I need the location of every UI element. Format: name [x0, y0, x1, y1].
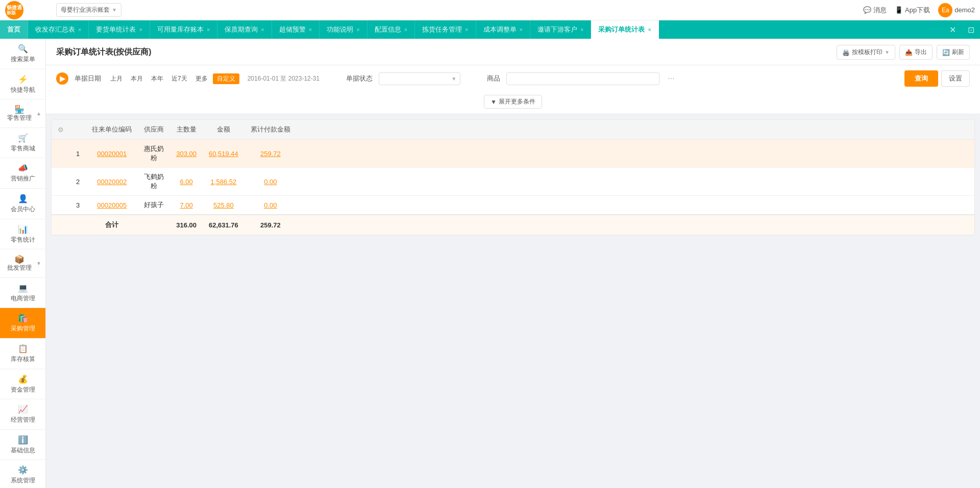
date-btn-thisyear[interactable]: 本年 — [148, 73, 166, 84]
sidebar-item-operation-label: 经营管理 — [11, 416, 35, 424]
sidebar-item-quicknav[interactable]: ⚡ 快捷导航 — [0, 69, 45, 100]
date-btn-thismonth[interactable]: 本月 — [128, 73, 146, 84]
date-btn-7days[interactable]: 近7天 — [168, 73, 190, 84]
tab-tuohuo[interactable]: 拣货任务管理 × — [415, 20, 476, 39]
footer-index — [70, 215, 86, 235]
goods-more-icon[interactable]: ··· — [668, 74, 674, 83]
template-print-btn[interactable]: 🖨️ 按模板打印 ▼ — [837, 45, 895, 60]
col-paid: 累计付款金额 — [244, 120, 297, 140]
tab-caigou[interactable]: 采购订单统计表 × — [591, 20, 658, 39]
tab-gongneng[interactable]: 功能说明 × — [320, 20, 367, 39]
sidebar-item-retailstat[interactable]: 📊 零售统计 — [0, 219, 45, 250]
sidebar-item-search[interactable]: 🔍 搜索菜单 — [0, 39, 45, 69]
tab-shoufahuiiz-close[interactable]: × — [78, 27, 81, 33]
row-qty[interactable]: 6.00 — [170, 168, 203, 196]
row-paid[interactable]: 0.00 — [244, 168, 297, 196]
tab-chaochu-close[interactable]: × — [309, 27, 312, 33]
retail-icon: 🏪 — [14, 105, 24, 114]
tab-home[interactable]: 首页 — [0, 20, 28, 39]
sidebar-item-basicinfo[interactable]: ℹ️ 基础信息 — [0, 430, 45, 460]
tab-gongneng-close[interactable]: × — [356, 27, 359, 33]
sidebar-item-finance[interactable]: 💰 资金管理 — [0, 369, 45, 400]
expand-more-btn[interactable]: ▼ 展开更多条件 — [484, 95, 542, 109]
tab-baoyuan-close[interactable]: × — [261, 27, 264, 33]
filter-toggle-btn[interactable]: ▶ — [56, 72, 68, 85]
tab-peizhixinxi-close[interactable]: × — [404, 27, 407, 33]
tab-keyongliang-close[interactable]: × — [207, 27, 210, 33]
tab-shoufahuiiz[interactable]: 收发存汇总表 × — [28, 20, 89, 39]
sidebar-item-inventory[interactable]: 📋 库存核算 — [0, 339, 45, 369]
date-btn-more[interactable]: 更多 — [192, 73, 211, 84]
basicinfo-icon: ℹ️ — [18, 435, 28, 445]
date-btn-lastmonth[interactable]: 上月 — [107, 73, 126, 84]
footer-amount: 62,631.76 — [203, 215, 244, 235]
sidebar-item-operation[interactable]: 📈 经营管理 — [0, 399, 45, 430]
row-qty[interactable]: 303.00 — [170, 140, 203, 168]
row-paid[interactable]: 0.00 — [244, 196, 297, 215]
row-unit-code[interactable]: 00020002 — [86, 168, 138, 196]
sidebar-item-system[interactable]: ⚙️ 系统管理 — [0, 460, 45, 488]
tab-chengben[interactable]: 成本调整单 × — [476, 20, 530, 39]
quicknav-icon: ⚡ — [18, 74, 28, 84]
top-bar: 畅捷通标版 母婴行业演示账套 ▼ 💬 消息 📱 App下载 Ea demo2 — [0, 0, 980, 20]
tab-yaoqing[interactable]: 邀请下游客户 × — [530, 20, 591, 39]
row-index: 1 — [70, 140, 86, 168]
col-qty: 主数量 — [170, 120, 203, 140]
sidebar: 🔍 搜索菜单 ⚡ 快捷导航 🏪 零售管理 ▲ 🛒 零售商城 📣 营销推广 — [0, 39, 46, 488]
goods-filter-label: 商品 — [487, 74, 500, 83]
sidebar-item-retail[interactable]: 🏪 零售管理 ▲ — [0, 99, 45, 128]
tab-yaoqing-label: 邀请下游客户 — [537, 25, 577, 34]
row-qty[interactable]: 7.00 — [170, 196, 203, 215]
sidebar-item-purchase[interactable]: 🛍️ 采购管理 — [0, 308, 45, 339]
tab-baoyuan[interactable]: 保质期查询 × — [217, 20, 272, 39]
settings-btn[interactable]: 设置 — [941, 70, 970, 87]
content-area: 采购订单统计表(按供应商) 🖨️ 按模板打印 ▼ 📤 导出 🔄 刷新 — [46, 39, 980, 488]
app-download-label: App下载 — [905, 6, 930, 15]
row-settings — [52, 196, 70, 215]
close-tab-btn[interactable]: ✕ — [943, 20, 962, 39]
row-amount[interactable]: 525.80 — [203, 196, 244, 215]
date-badge-custom[interactable]: 自定义 — [213, 73, 239, 84]
sidebar-item-member[interactable]: 👤 会员中心 — [0, 189, 45, 219]
goods-input[interactable] — [506, 72, 659, 85]
sidebar-item-retailshop[interactable]: 🛒 零售商城 — [0, 128, 45, 159]
nav-tab-right-buttons: ✕ ⊡ — [943, 20, 980, 39]
tab-gongneng-label: 功能说明 — [327, 25, 353, 34]
message-btn[interactable]: 💬 消息 — [863, 6, 887, 15]
row-paid[interactable]: 259.72 — [244, 140, 297, 168]
settings-icon[interactable]: ⚙ — [58, 126, 64, 134]
row-unit-code[interactable]: 00020005 — [86, 196, 138, 215]
sidebar-item-batch[interactable]: 📦 批发管理 ▼ — [0, 249, 45, 278]
filter-row-1: ▶ 单据日期 上月 本月 本年 近7天 更多 自定义 2016-01-01 至 … — [56, 70, 970, 87]
tab-yaohuo[interactable]: 要货单统计表 × — [89, 20, 150, 39]
tab-tuohuo-close[interactable]: × — [465, 27, 468, 33]
row-amount[interactable]: 1,586.52 — [203, 168, 244, 196]
sidebar-item-ecommerce[interactable]: 💻 电商管理 — [0, 278, 45, 309]
row-amount[interactable]: 60,519.44 — [203, 140, 244, 168]
sidebar-item-member-label: 会员中心 — [11, 206, 35, 214]
chevron-down-icon3: ▼ — [885, 49, 890, 55]
search-btn[interactable]: 查询 — [904, 70, 938, 87]
row-index: 2 — [70, 168, 86, 196]
system-icon: ⚙️ — [18, 465, 28, 475]
sidebar-item-marketing[interactable]: 📣 营销推广 — [0, 158, 45, 189]
tab-caigou-close[interactable]: × — [648, 27, 651, 33]
date-range-display: 2016-01-01 至 2023-12-31 — [248, 74, 320, 83]
status-select[interactable] — [379, 72, 460, 85]
tab-chaochu[interactable]: 超储预警 × — [272, 20, 320, 39]
row-unit-code[interactable]: 00020001 — [86, 140, 138, 168]
tab-chengben-close[interactable]: × — [520, 27, 523, 33]
restore-tab-btn[interactable]: ⊡ — [962, 20, 980, 39]
tab-peizhixinxi[interactable]: 配置信息 × — [368, 20, 415, 39]
tab-keyongliang[interactable]: 可用量库存账本 × — [150, 20, 217, 39]
footer-label-text: 合计 — [105, 221, 118, 228]
tab-yaohuo-close[interactable]: × — [139, 27, 142, 33]
refresh-btn[interactable]: 🔄 刷新 — [937, 45, 970, 60]
export-btn[interactable]: 📤 导出 — [899, 45, 933, 60]
sidebar-item-inventory-label: 库存核算 — [11, 355, 35, 364]
app-download-btn[interactable]: 📱 App下载 — [895, 6, 930, 15]
main-layout: 🔍 搜索菜单 ⚡ 快捷导航 🏪 零售管理 ▲ 🛒 零售商城 📣 营销推广 — [0, 39, 980, 488]
workspace-selector[interactable]: 母婴行业演示账套 ▼ — [56, 3, 121, 17]
user-profile[interactable]: Ea demo2 — [938, 3, 975, 17]
tab-yaoqing-close[interactable]: × — [580, 27, 583, 33]
